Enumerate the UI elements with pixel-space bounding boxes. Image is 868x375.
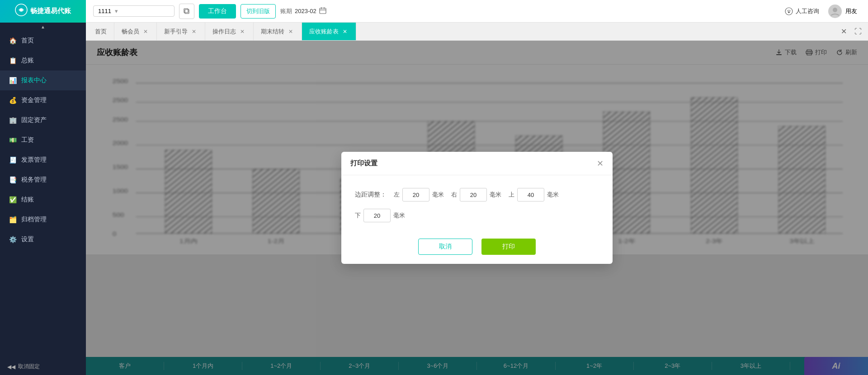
avatar <box>828 5 842 18</box>
tab-aging-close[interactable]: ✕ <box>341 28 349 35</box>
archive-icon: 🗂️ <box>9 216 17 223</box>
sidebar-item-settings[interactable]: ⚙️ 设置 <box>0 230 86 249</box>
right-unit: 毫米 <box>490 191 501 199</box>
sidebar-label-settings: 设置 <box>21 235 34 244</box>
sidebar-label-payroll: 工资 <box>21 136 34 144</box>
tab-bar-right: ✕ ⛶ <box>837 23 868 40</box>
reports-icon: 📊 <box>9 77 17 84</box>
margin-left-input[interactable] <box>402 188 429 202</box>
margin-bottom-group: 下 毫米 <box>355 209 405 222</box>
sidebar-label-reports: 报表中心 <box>21 76 47 84</box>
sidebar-label-checkout: 结账 <box>21 196 34 204</box>
modal-overlay: 打印设置 ✕ 边距调整： 左 毫米 右 <box>86 41 868 375</box>
switch-version-button[interactable]: 切到旧版 <box>241 4 276 19</box>
copy-button[interactable] <box>179 4 194 19</box>
logo-text: 畅捷通易代账 <box>30 7 71 15</box>
tax-icon: 📑 <box>9 176 17 183</box>
header-middle: 1111 ▾ 工作台 切到旧版 账期 2023-02 <box>86 4 785 19</box>
sidebar-label-assets: 固定资产 <box>21 116 47 124</box>
sidebar-item-invoice[interactable]: 🧾 发票管理 <box>0 150 86 170</box>
tab-guide[interactable]: 新手引导 ✕ <box>157 23 205 40</box>
settings-icon: ⚙️ <box>9 236 17 243</box>
svg-point-9 <box>788 11 790 13</box>
tab-aging-label: 应收账龄表 <box>309 28 339 36</box>
sidebar-item-tax[interactable]: 📑 税务管理 <box>0 170 86 190</box>
margin-right-input[interactable] <box>460 188 487 202</box>
payroll-icon: 💵 <box>9 136 17 144</box>
funds-icon: 💰 <box>9 97 17 104</box>
header-right: 人工咨询 用友 <box>785 5 868 18</box>
cancel-button[interactable]: 取消 <box>418 239 472 255</box>
modal-body: 边距调整： 左 毫米 右 毫米 <box>341 175 613 231</box>
calendar-icon[interactable] <box>319 7 326 15</box>
margin-bottom-input[interactable] <box>363 209 391 222</box>
tab-oplog[interactable]: 操作日志 ✕ <box>205 23 254 40</box>
company-name: 1111 <box>98 8 111 14</box>
top-label: 上 <box>509 191 514 199</box>
bottom-unit: 毫米 <box>393 211 405 220</box>
tab-close-all-button[interactable]: ✕ <box>837 25 850 38</box>
modal-header: 打印设置 ✕ <box>341 152 613 175</box>
tab-home[interactable]: 首页 <box>88 23 114 40</box>
assets-icon: 🏢 <box>9 117 17 124</box>
svg-rect-3 <box>184 9 188 13</box>
sidebar-item-checkout[interactable]: ✅ 结账 <box>0 190 86 210</box>
tab-period-end-close[interactable]: ✕ <box>287 28 294 35</box>
svg-point-10 <box>833 8 837 12</box>
tab-guide-close[interactable]: ✕ <box>190 28 198 35</box>
app-body: ▲ 🏠 首页 📋 总账 📊 报表中心 💰 资金管理 🏢 固定资产 💵 工资 🧾 … <box>0 23 868 375</box>
sidebar-item-payroll[interactable]: 💵 工资 <box>0 130 86 150</box>
period-label: 账期 <box>280 7 292 15</box>
sidebar-label-home: 首页 <box>21 37 34 45</box>
svg-rect-2 <box>185 9 189 14</box>
svg-rect-4 <box>320 8 326 14</box>
margin-left-group: 左 毫米 <box>394 188 444 202</box>
sidebar-item-assets[interactable]: 🏢 固定资产 <box>0 110 86 130</box>
collapse-icon: ◀◀ <box>7 364 15 370</box>
sidebar-item-funds[interactable]: 💰 资金管理 <box>0 90 86 110</box>
tab-oplog-close[interactable]: ✕ <box>239 28 246 35</box>
margin-right-group: 右 毫米 <box>451 188 501 202</box>
sidebar-collapse[interactable]: ◀◀ 取消固定 <box>0 358 86 375</box>
top-unit: 毫米 <box>547 191 559 199</box>
margin-top-group: 上 毫米 <box>509 188 559 202</box>
left-unit: 毫米 <box>432 191 444 199</box>
tab-maximize-button[interactable]: ⛶ <box>852 25 864 38</box>
period-value: 2023-02 <box>295 8 316 14</box>
tab-period-end-label: 期末结转 <box>261 28 284 36</box>
sidebar-label-archive: 归档管理 <box>21 216 47 224</box>
chevron-down-icon: ▾ <box>115 8 118 14</box>
margin-top-input[interactable] <box>517 188 544 202</box>
tab-aging[interactable]: 应收账龄表 ✕ <box>302 23 356 40</box>
modal-close-button[interactable]: ✕ <box>597 159 604 168</box>
tab-vip-close[interactable]: ✕ <box>142 28 149 35</box>
company-selector[interactable]: 1111 ▾ <box>93 5 175 17</box>
app-header: 畅捷通易代账 1111 ▾ 工作台 切到旧版 账期 2023-02 <box>0 0 868 23</box>
page-area: 应收账龄表 下载 <box>86 41 868 375</box>
tab-vip[interactable]: 畅会员 ✕ <box>114 23 157 40</box>
sidebar-item-ledger[interactable]: 📋 总账 <box>0 51 86 70</box>
sidebar-label-funds: 资金管理 <box>21 96 47 104</box>
period-info: 账期 2023-02 <box>280 7 326 15</box>
tab-period-end[interactable]: 期末结转 ✕ <box>254 23 302 40</box>
sidebar-item-archive[interactable]: 🗂️ 归档管理 <box>0 210 86 230</box>
consult-button[interactable]: 人工咨询 <box>785 7 819 15</box>
svg-point-1 <box>20 9 23 11</box>
margin-label: 边距调整： <box>355 191 387 199</box>
tab-guide-label: 新手引导 <box>164 28 188 36</box>
sidebar-label-ledger: 总账 <box>21 56 34 65</box>
sidebar-scroll-up[interactable]: ▲ <box>0 23 86 31</box>
user-area[interactable]: 用友 <box>828 5 857 18</box>
sidebar-item-reports[interactable]: 📊 报表中心 <box>0 70 86 90</box>
tab-bar: 首页 畅会员 ✕ 新手引导 ✕ 操作日志 ✕ 期末结转 ✕ 应收账龄表 ✕ <box>86 23 868 41</box>
tab-oplog-label: 操作日志 <box>212 28 236 36</box>
sidebar-label-invoice: 发票管理 <box>21 156 47 164</box>
sidebar-item-home[interactable]: 🏠 首页 <box>0 31 86 51</box>
sidebar-label-tax: 税务管理 <box>21 176 47 184</box>
modal-footer: 取消 打印 <box>341 231 613 264</box>
confirm-print-button[interactable]: 打印 <box>481 239 536 255</box>
workbench-button[interactable]: 工作台 <box>199 4 236 19</box>
sidebar: ▲ 🏠 首页 📋 总账 📊 报表中心 💰 资金管理 🏢 固定资产 💵 工资 🧾 … <box>0 23 86 375</box>
main-content: 首页 畅会员 ✕ 新手引导 ✕ 操作日志 ✕ 期末结转 ✕ 应收账龄表 ✕ <box>86 23 868 375</box>
tab-home-label: 首页 <box>95 28 107 36</box>
